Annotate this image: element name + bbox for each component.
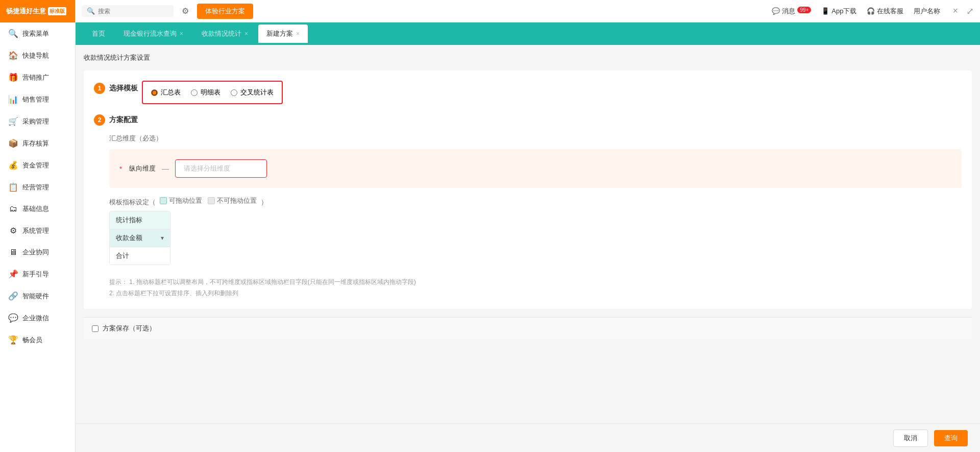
sidebar-label-system: 系统管理: [22, 226, 49, 235]
metrics-col-total: 合计: [110, 247, 170, 265]
trial-button[interactable]: 体验行业方案: [197, 4, 253, 19]
tab-stats-close[interactable]: ×: [244, 30, 248, 37]
sidebar-item-wechat[interactable]: 💬企业微信: [0, 307, 75, 329]
sidebar-item-purchase[interactable]: 🛒采购管理: [0, 110, 75, 132]
sidebar-item-member[interactable]: 🏆畅会员: [0, 329, 75, 351]
sidebar-icon-purchase: 🛒: [8, 116, 18, 126]
sidebar-item-hardware[interactable]: 🔗智能硬件: [0, 285, 75, 307]
radio-detail-input[interactable]: [191, 89, 198, 96]
tip-line-2: 2. 点击标题栏下拉可设置排序、插入列和删除列: [109, 288, 962, 299]
service-item[interactable]: 🎧 在线客服: [867, 7, 903, 16]
sidebar-item-sales[interactable]: 📊销售管理: [0, 88, 75, 110]
required-star: *: [119, 165, 122, 173]
page-title: 收款情况统计方案设置: [84, 53, 972, 62]
sidebar-label-enterprise: 企业协同: [22, 248, 49, 257]
sidebar-icon-wechat: 💬: [8, 313, 18, 323]
user-name[interactable]: 用户名称: [914, 7, 940, 16]
dimension-select[interactable]: 请选择分组维度: [175, 159, 267, 178]
tab-bank-close[interactable]: ×: [180, 30, 183, 37]
tip-line-1: 提示： 1. 拖动标题栏可以调整布局，不可跨维度或指标区域拖动栏目字段(只能在同…: [109, 277, 962, 288]
sidebar-label-quicknav: 快捷导航: [22, 51, 49, 60]
sidebar-icon-member: 🏆: [8, 335, 18, 345]
save-option-section: 方案保存（可选）: [84, 317, 972, 339]
sidebar-item-system[interactable]: ⚙系统管理: [0, 220, 75, 242]
sidebar-label-guide: 新手引导: [22, 270, 49, 279]
window-close-button[interactable]: ×: [952, 6, 958, 16]
sidebar-nav: 🔍搜索菜单🏠快捷导航🎁营销推广📊销售管理🛒采购管理📦库存核算💰资金管理📋经营管理…: [0, 22, 75, 452]
query-button[interactable]: 查询: [934, 430, 968, 446]
tab-new-plan[interactable]: 新建方案 ×: [258, 25, 308, 43]
sidebar-item-search[interactable]: 🔍搜索菜单: [0, 22, 75, 44]
search-input[interactable]: [98, 8, 164, 15]
sidebar-item-operations[interactable]: 📋经营管理: [0, 176, 75, 198]
sidebar-item-quicknav[interactable]: 🏠快捷导航: [0, 44, 75, 66]
vertical-dim-label: 纵向维度: [129, 164, 156, 173]
tab-new-plan-close[interactable]: ×: [296, 30, 300, 37]
metrics-label: 模板指标设定（ 可拖动位置 不可拖动位置: [109, 196, 962, 207]
chevron-down-icon[interactable]: ▾: [161, 234, 164, 242]
sidebar-item-marketing[interactable]: 🎁营销推广: [0, 66, 75, 88]
main-area: 🔍 ⚙ 体验行业方案 💬 消息 99+ 📱 App下载 🎧 在线客服 用户名称 …: [76, 0, 980, 452]
tab-bank[interactable]: 现金银行流水查询 ×: [115, 25, 191, 43]
metrics-title: 模板指标设定（ 可拖动位置 不可拖动位置: [109, 196, 267, 207]
save-checkbox[interactable]: [92, 325, 99, 332]
sidebar-label-hardware: 智能硬件: [22, 292, 49, 301]
save-option-label: 方案保存（可选）: [103, 324, 156, 333]
sidebar-icon-inventory: 📦: [8, 138, 18, 148]
metrics-table-header[interactable]: 统计指标: [110, 211, 170, 229]
metrics-col-payment[interactable]: 收款金额 ▾: [110, 229, 170, 247]
content-area: 收款情况统计方案设置 1 选择模板 汇总表 明细: [76, 45, 980, 423]
step2-num: 2: [94, 114, 105, 126]
radio-summary-input[interactable]: [151, 89, 158, 96]
sidebar-icon-operations: 📋: [8, 182, 18, 192]
draggable-legend: 可拖动位置 不可拖动位置: [158, 198, 261, 206]
sidebar-icon-sales: 📊: [8, 94, 18, 104]
logo-text: 畅捷通好生意: [6, 7, 46, 16]
metrics-table-header-label: 统计指标: [116, 216, 142, 225]
sidebar-icon-quicknav: 🏠: [8, 51, 18, 60]
tab-bar: 首页 现金银行流水查询 × 收款情况统计 × 新建方案 ×: [76, 22, 980, 45]
sidebar-item-guide[interactable]: 📌新手引导: [0, 263, 75, 285]
tips-section: 提示： 1. 拖动标题栏可以调整布局，不可跨维度或指标区域拖动栏目字段(只能在同…: [109, 277, 962, 299]
sidebar-item-basic[interactable]: 🗂基础信息: [0, 198, 75, 220]
radio-summary[interactable]: 汇总表: [151, 88, 181, 97]
sidebar-item-inventory[interactable]: 📦库存核算: [0, 132, 75, 154]
download-icon: 📱: [821, 7, 829, 15]
step2-section: 2 方案配置 汇总维度（必选） * 纵向维度 — 请选择分组维度: [94, 114, 962, 299]
sidebar-icon-marketing: 🎁: [8, 73, 18, 82]
sidebar-label-basic: 基础信息: [22, 204, 49, 213]
radio-cross-input[interactable]: [231, 89, 237, 96]
radio-summary-label: 汇总表: [161, 88, 181, 97]
sidebar-label-purchase: 采购管理: [22, 117, 49, 126]
dimension-row: * 纵向维度 — 请选择分组维度: [119, 159, 951, 178]
message-item[interactable]: 💬 消息 99+: [772, 7, 811, 16]
message-icon: 💬: [772, 7, 780, 15]
sidebar-icon-hardware: 🔗: [8, 291, 18, 301]
download-item[interactable]: 📱 App下载: [821, 7, 856, 16]
radio-detail[interactable]: 明细表: [191, 88, 220, 97]
step1-label: 1 选择模板: [94, 83, 138, 94]
cancel-button[interactable]: 取消: [893, 430, 928, 447]
tab-home[interactable]: 首页: [84, 25, 113, 43]
step1-num: 1: [94, 83, 105, 94]
dimension-area: * 纵向维度 — 请选择分组维度: [109, 149, 962, 188]
sidebar-label-sales: 销售管理: [22, 95, 49, 104]
tab-home-label: 首页: [92, 29, 105, 38]
sidebar-label-member: 畅会员: [22, 336, 42, 345]
metrics-col-total-label: 合计: [116, 252, 129, 259]
sidebar-icon-enterprise: 🖥: [8, 248, 18, 257]
window-expand-button[interactable]: ⤢: [966, 6, 974, 17]
tab-stats[interactable]: 收款情况统计 ×: [193, 25, 256, 43]
settings-icon[interactable]: ⚙: [182, 6, 189, 16]
sidebar-label-wechat: 企业微信: [22, 314, 49, 323]
sidebar-item-finance[interactable]: 💰资金管理: [0, 154, 75, 176]
sidebar-icon-basic: 🗂: [8, 204, 18, 213]
radio-detail-label: 明细表: [201, 88, 220, 97]
sidebar-label-search: 搜索菜单: [22, 29, 49, 38]
radio-cross[interactable]: 交叉统计表: [231, 88, 274, 97]
header-search-box[interactable]: 🔍: [82, 5, 174, 17]
step1-text: 选择模板: [109, 84, 138, 93]
top-header: 🔍 ⚙ 体验行业方案 💬 消息 99+ 📱 App下载 🎧 在线客服 用户名称 …: [76, 0, 980, 22]
fixed-box-icon: [208, 197, 215, 204]
sidebar-item-enterprise[interactable]: 🖥企业协同: [0, 242, 75, 263]
